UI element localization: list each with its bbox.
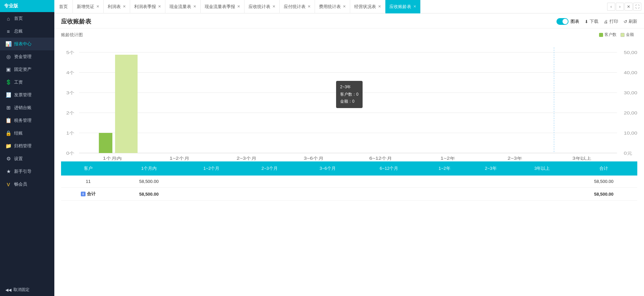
closing-icon: 🔒 xyxy=(5,130,11,136)
tab-controls: ‹ › ✕ ⛶ xyxy=(607,3,644,11)
tab-label: 应付统计表 xyxy=(284,4,306,10)
archive-icon: 📁 xyxy=(5,143,11,149)
chart-svg: 0个 1个 2个 3个 4个 5个 0元 10,000.00元 20,000.0… xyxy=(61,41,637,161)
tax-icon: 📋 xyxy=(5,117,11,124)
sidebar-item-salary[interactable]: 💲 工资 xyxy=(0,76,54,89)
sidebar-item-label: 设置 xyxy=(14,156,23,162)
table-header-row: 客户 1个月内 1~2个月 2~3个月 3~6个月 6~12个月 1~2年 2~… xyxy=(61,161,637,176)
cell-y23 xyxy=(468,176,514,188)
chart-toggle[interactable]: 图表 xyxy=(556,18,579,25)
tab-label: 利润表 xyxy=(108,4,121,10)
total-y23 xyxy=(468,188,514,201)
tab-close-all-button[interactable]: ✕ xyxy=(625,3,633,11)
download-label: 下载 xyxy=(590,18,598,24)
refresh-icon: ↺ xyxy=(624,19,627,24)
col-m612: 6~12个月 xyxy=(357,161,421,176)
tab-close-icon[interactable]: ✕ xyxy=(96,4,99,9)
tab-close-icon[interactable]: ✕ xyxy=(413,4,416,9)
tab-label: 应收统计表 xyxy=(249,4,270,10)
tab-label: 经营状况表 xyxy=(354,4,376,10)
sidebar-item-label: 总账 xyxy=(14,28,23,34)
tab-close-icon[interactable]: ✕ xyxy=(272,4,275,9)
guide-icon: ★ xyxy=(5,168,11,175)
download-button[interactable]: ⬇ 下载 xyxy=(585,18,598,24)
tab-operations[interactable]: 经营状况表 ✕ xyxy=(350,0,385,13)
total-m612 xyxy=(357,188,421,201)
sidebar-item-tax[interactable]: 📋 税务管理 xyxy=(0,114,54,127)
sidebar-item-label: 新手引导 xyxy=(14,168,32,175)
bar-customers-m1 xyxy=(99,133,112,153)
sidebar-item-closing[interactable]: 🔒 结账 xyxy=(0,127,54,140)
funds-icon: ◎ xyxy=(5,54,11,60)
tab-close-icon[interactable]: ✕ xyxy=(378,4,381,9)
sidebar-item-assets[interactable]: ▣ 固定资产 xyxy=(0,63,54,76)
collapse-label: 取消固定 xyxy=(13,287,30,293)
print-label: 打印 xyxy=(609,18,618,24)
download-icon: ⬇ xyxy=(585,19,588,24)
total-row: Σ 合计 58,500.00 58,500.00 xyxy=(61,188,637,201)
sidebar-item-funds[interactable]: ◎ 资金管理 xyxy=(0,50,54,63)
svg-text:20,000.00元: 20,000.00元 xyxy=(624,111,637,115)
total-m1: 58,500.00 xyxy=(115,188,182,201)
sidebar-item-inventory[interactable]: ⊞ 进销台账 xyxy=(0,101,54,114)
tab-ap-stats[interactable]: 应付统计表 ✕ xyxy=(280,0,315,13)
collapse-sidebar-button[interactable]: ◀◀ 取消固定 xyxy=(0,284,54,296)
sidebar-item-label: 工资 xyxy=(14,79,23,85)
tab-close-icon[interactable]: ✕ xyxy=(158,4,161,9)
sidebar-item-home[interactable]: ⌂ 首页 xyxy=(0,12,54,25)
tab-close-icon[interactable]: ✕ xyxy=(193,4,196,9)
legend-label-amount: 金额 xyxy=(626,32,634,38)
col-total: 合计 xyxy=(570,161,637,176)
total-m23 xyxy=(240,188,299,201)
tab-prev-button[interactable]: ‹ xyxy=(607,3,615,11)
tab-expense-stats[interactable]: 费用统计表 ✕ xyxy=(315,0,350,13)
tab-label: 利润表季报 xyxy=(134,4,156,10)
settings-icon: ⚙ xyxy=(5,156,11,162)
toggle-track[interactable] xyxy=(556,18,569,25)
main-content: 首页 新增凭证 ✕ 利润表 ✕ 利润表季报 ✕ 现金流量表 ✕ 现金流量表季报 … xyxy=(54,0,644,296)
sidebar-item-invoice[interactable]: 🧾 发票管理 xyxy=(0,89,54,101)
tab-ar-stats[interactable]: 应收统计表 ✕ xyxy=(245,0,280,13)
tab-home[interactable]: 首页 xyxy=(54,0,73,13)
tab-close-icon[interactable]: ✕ xyxy=(343,4,346,9)
svg-text:1个月内: 1个月内 xyxy=(103,156,122,161)
tab-cashflow-quarterly[interactable]: 现金流量表季报 ✕ xyxy=(201,0,245,13)
cell-m1: 58,500.00 xyxy=(115,176,182,188)
tab-close-icon[interactable]: ✕ xyxy=(237,4,240,9)
tab-cashflow[interactable]: 现金流量表 ✕ xyxy=(165,0,201,13)
col-customer: 客户 xyxy=(61,161,115,176)
inventory-icon: ⊞ xyxy=(5,105,11,111)
svg-text:50,000.00元: 50,000.00元 xyxy=(624,50,637,55)
sidebar-item-label: 资金管理 xyxy=(14,54,32,60)
table-section: 客户 1个月内 1~2个月 2~3个月 3~6个月 6~12个月 1~2年 2~… xyxy=(54,161,644,296)
tab-ar-aging[interactable]: 应收账龄表 ✕ xyxy=(385,0,421,13)
sidebar-item-settings[interactable]: ⚙ 设置 xyxy=(0,152,54,165)
tab-close-icon[interactable]: ✕ xyxy=(123,4,126,9)
svg-text:1~2年: 1~2年 xyxy=(440,156,455,161)
svg-text:1~2个月: 1~2个月 xyxy=(169,156,189,161)
reports-icon: 📊 xyxy=(5,41,11,47)
sidebar-item-label: 结账 xyxy=(14,130,23,136)
legend-customers: 客户数 xyxy=(599,32,616,38)
sidebar-item-ledger[interactable]: ≡ 总账 xyxy=(0,25,54,38)
tab-close-icon[interactable]: ✕ xyxy=(308,4,311,9)
header-actions: 图表 ⬇ 下载 🖨 打印 ↺ 刷新 xyxy=(556,18,637,25)
print-button[interactable]: 🖨 打印 xyxy=(604,18,618,24)
sidebar-item-archive[interactable]: 📁 归档管理 xyxy=(0,140,54,152)
tab-next-button[interactable]: › xyxy=(616,3,624,11)
col-m12: 1~2个月 xyxy=(182,161,240,176)
tab-expand-button[interactable]: ⛶ xyxy=(633,3,641,11)
total-icon: Σ xyxy=(81,192,86,196)
table-row: 11 58,500.00 58,500.00 xyxy=(61,176,637,188)
tab-new-voucher[interactable]: 新增凭证 ✕ xyxy=(73,0,104,13)
sidebar-item-guide[interactable]: ★ 新手引导 xyxy=(0,165,54,178)
refresh-button[interactable]: ↺ 刷新 xyxy=(624,18,637,24)
page-title: 应收账龄表 xyxy=(61,17,91,26)
tab-profit-quarterly[interactable]: 利润表季报 ✕ xyxy=(130,0,165,13)
bar-amount-m1 xyxy=(115,55,138,153)
chart-area: 账龄统计图 客户数 金额 0个 1个 2个 3个 4个 xyxy=(54,29,644,161)
tab-profit[interactable]: 利润表 ✕ xyxy=(104,0,130,13)
invoice-icon: 🧾 xyxy=(5,92,11,98)
sidebar-item-reports[interactable]: 📊 报表中心 xyxy=(0,38,54,50)
sidebar-item-vip[interactable]: V 畅会员 xyxy=(0,178,54,191)
